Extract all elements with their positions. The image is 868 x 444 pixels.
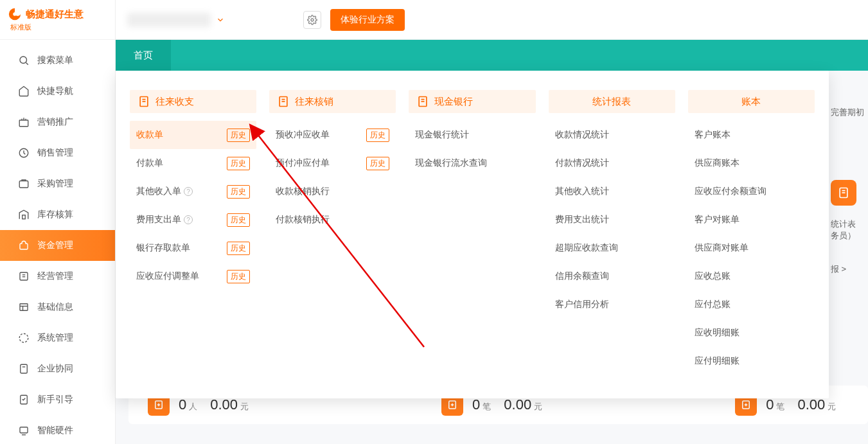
sidebar-item-guide[interactable]: 新手引导 — [0, 384, 115, 415]
mega-item[interactable]: 信用余额查询 — [549, 262, 675, 290]
sidebar-item-label: 企业协同 — [37, 363, 73, 375]
mega-item-label: 其他收入统计 — [555, 186, 609, 197]
mega-item[interactable]: 客户对账单 — [688, 206, 815, 234]
sidebar-item-promo[interactable]: 营销推广 — [0, 107, 115, 138]
bill-icon — [137, 95, 150, 108]
mega-item[interactable]: 应付明细账 — [688, 347, 815, 375]
mega-item[interactable]: 客户账本 — [688, 121, 815, 149]
mega-item-label: 银行存取款单 — [136, 242, 190, 254]
stat-amount-unit: 元 — [534, 401, 542, 413]
mega-col-header: 往来核销 — [269, 90, 396, 113]
mega-item[interactable]: 收款单历史 — [130, 121, 256, 149]
mega-item-label: 供应商账本 — [695, 157, 740, 169]
mega-item-label: 客户账本 — [695, 129, 731, 141]
mega-item[interactable]: 应付总账 — [688, 290, 815, 319]
mega-item-label: 预收冲应收单 — [276, 129, 330, 141]
mega-menu-funds: 往来收支收款单历史付款单历史其他收入单?历史费用支出单?历史银行存取款单历史应收… — [116, 71, 829, 398]
mega-item-label: 收款情况统计 — [555, 129, 609, 141]
coop-icon — [18, 363, 30, 375]
settings-button[interactable] — [303, 11, 321, 29]
mega-col-4: 账本客户账本供应商账本应收应付余额查询客户对账单供应商对账单应收总账应付总账应收… — [682, 90, 821, 386]
sidebar: 畅捷通好生意 标准版 搜索菜单快捷导航营销推广销售管理采购管理库存核算资金管理经… — [0, 0, 116, 444]
mega-item[interactable]: 供应商对账单 — [688, 234, 815, 262]
mega-item-label: 现金银行流水查询 — [415, 157, 487, 169]
sidebar-item-sys[interactable]: 系统管理 — [0, 323, 115, 353]
mega-item-label: 收款核销执行 — [276, 186, 330, 197]
mega-item-label: 应收明细账 — [695, 327, 740, 339]
mega-item-label: 信用余额查询 — [555, 271, 609, 282]
sidebar-item-label: 经营管理 — [37, 271, 73, 282]
peek-icon-1 — [831, 180, 856, 206]
tab-home[interactable]: 首页 — [116, 40, 171, 71]
mega-item[interactable]: 费用支出统计 — [549, 206, 675, 234]
mega-item[interactable]: 应收应付调整单历史 — [130, 262, 256, 290]
history-badge[interactable]: 历史 — [227, 129, 250, 142]
sidebar-item-hw[interactable]: 智能硬件 — [0, 415, 115, 444]
brand-icon — [8, 7, 22, 21]
mega-item[interactable]: 现金银行统计 — [409, 121, 535, 149]
mega-item[interactable]: 应收总账 — [688, 262, 815, 290]
history-badge[interactable]: 历史 — [366, 157, 389, 170]
sidebar-item-funds[interactable]: 资金管理 — [0, 230, 115, 261]
sales-icon — [18, 147, 30, 159]
mega-item-label: 预付冲应付单 — [276, 157, 330, 169]
history-badge[interactable]: 历史 — [227, 213, 250, 227]
mega-item[interactable]: 应收应付余额查询 — [688, 177, 815, 206]
peek-text-1: 完善期初 — [831, 107, 864, 118]
stat-amount: 0.00 — [210, 396, 238, 413]
sidebar-item-ops[interactable]: 经营管理 — [0, 261, 115, 292]
sidebar-item-sales[interactable]: 销售管理 — [0, 138, 115, 168]
history-badge[interactable]: 历史 — [227, 185, 250, 199]
mega-item[interactable]: 供应商账本 — [688, 149, 815, 177]
doc-icon — [837, 186, 850, 199]
hw-icon — [18, 425, 30, 436]
mega-item[interactable]: 应收明细账 — [688, 319, 815, 347]
mega-item[interactable]: 收款核销执行 — [269, 177, 396, 206]
history-badge[interactable]: 历史 — [227, 157, 250, 170]
mega-item[interactable]: 预付冲应付单历史 — [269, 149, 396, 177]
stat-amount-unit: 元 — [240, 401, 249, 413]
svg-point-0 — [13, 12, 17, 16]
mega-item[interactable]: 其他收入统计 — [549, 177, 675, 206]
mega-item[interactable]: 超期应收款查询 — [549, 234, 675, 262]
mega-item-label: 付款核销执行 — [276, 214, 330, 226]
sidebar-item-stock[interactable]: 库存核算 — [0, 199, 115, 230]
mega-item[interactable]: 客户信用分析 — [549, 290, 675, 319]
history-badge[interactable]: 历史 — [227, 242, 250, 255]
purchase-icon — [18, 178, 30, 190]
mega-col-1: 往来核销预收冲应收单历史预付冲应付单历史收款核销执行付款核销执行 — [263, 90, 402, 386]
mega-item[interactable]: 费用支出单?历史 — [130, 206, 256, 234]
mega-item[interactable]: 付款核销执行 — [269, 206, 396, 234]
logo: 畅捷通好生意 标准版 — [0, 0, 115, 40]
stock-icon — [18, 209, 30, 220]
mega-item-label: 应收总账 — [695, 271, 731, 282]
mega-item[interactable]: 预收冲应收单历史 — [269, 121, 396, 149]
mega-item-label: 费用支出单? — [136, 214, 193, 226]
stat-amount-unit: 元 — [828, 401, 836, 413]
mega-item-label: 付款单 — [136, 157, 163, 169]
company-selector[interactable] — [127, 13, 294, 27]
mega-col-2: 现金银行现金银行统计现金银行流水查询 — [402, 90, 542, 386]
mega-item[interactable]: 收款情况统计 — [549, 121, 675, 149]
mega-item[interactable]: 付款情况统计 — [549, 149, 675, 177]
sidebar-item-label: 基础信息 — [37, 301, 73, 313]
help-icon: ? — [184, 187, 193, 196]
tab-bar: 首页 — [116, 40, 868, 71]
sidebar-item-purchase[interactable]: 采购管理 — [0, 168, 115, 199]
industry-solution-button[interactable]: 体验行业方案 — [330, 9, 405, 31]
history-badge[interactable]: 历史 — [227, 270, 250, 283]
sidebar-item-quicknav[interactable]: 快捷导航 — [0, 76, 115, 107]
sidebar-item-coop[interactable]: 企业协同 — [0, 353, 115, 384]
stat-amount: 0.00 — [504, 396, 531, 413]
mega-item[interactable]: 其他收入单?历史 — [130, 177, 256, 206]
mega-item[interactable]: 付款单历史 — [130, 149, 256, 177]
sidebar-item-search[interactable]: 搜索菜单 — [0, 45, 115, 76]
mega-item-label: 应收应付调整单 — [136, 271, 199, 282]
history-badge[interactable]: 历史 — [366, 129, 389, 142]
mega-col-header: 账本 — [688, 90, 815, 113]
mega-item[interactable]: 银行存取款单历史 — [130, 234, 256, 262]
mega-item[interactable]: 现金银行流水查询 — [409, 149, 535, 177]
sys-icon — [18, 332, 30, 344]
gear-icon — [307, 15, 317, 25]
sidebar-item-base[interactable]: 基础信息 — [0, 292, 115, 323]
